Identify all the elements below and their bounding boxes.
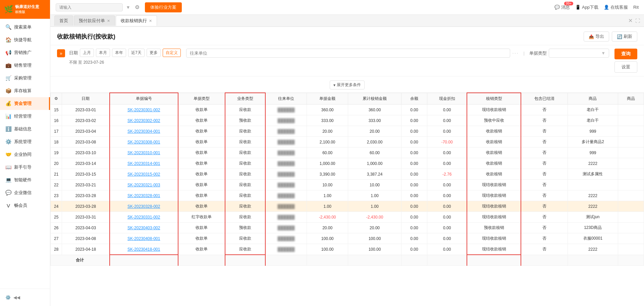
info-icon: ℹ️ [5,126,11,132]
table-container[interactable]: ⚙ 日期 单据编号 单据类型 业务类型 往来单位 单据金额 累计核销金额 余额 … [50,93,644,306]
date-btn-7days[interactable]: 近7天 [128,49,145,57]
topbar-app-download[interactable]: 📱 App下载 [575,4,598,10]
bill-no-link[interactable]: SK-20230321-003 [127,183,160,187]
sidebar-item-smarthw[interactable]: 💻 智能硬件 [0,174,50,186]
cell-amount: -2,430.00 [307,212,348,223]
tab-window-close-icon[interactable]: ✕ [628,17,633,24]
sidebar-item-enterprise-coop[interactable]: 🤝 企业协同 [0,148,50,161]
tab-prepay-bill[interactable]: 预付款应付单 ✕ [74,15,115,26]
sidebar-item-quicknav[interactable]: 🏠 快捷导航 [0,34,50,46]
expand-conditions-button[interactable]: ▾ 展开更多条件 [330,80,365,89]
filter-dots: ··· [512,50,519,56]
sidebar-item-search[interactable]: 🔍 搜索菜单 [0,21,50,34]
sidebar-item-wechat[interactable]: 💬 企业微信 [0,186,50,199]
solution-button[interactable]: 体验行业方案 [145,2,182,12]
tab-maximize-icon[interactable]: ⛶ [635,18,640,23]
filter-date-group: 日期 上月 本月 本年 近7天 更多 自定义 不限 至 2023-07-26 [69,49,181,65]
cell-bill-no: SK-20230331-002 [110,212,178,223]
tab-prepay-close-icon[interactable]: ✕ [107,19,110,23]
cell-cash-discount: 0.00 [427,190,467,201]
cell-amount: 20.00 [307,223,348,233]
sidebar-item-inventory[interactable]: 📦 库存核算 [0,84,50,97]
sidebar-item-operations[interactable]: 📊 经营管理 [0,110,50,123]
date-btn-last-month[interactable]: 上月 [80,49,94,57]
filter-fields: 日期 上月 本月 本年 近7天 更多 自定义 不限 至 2023-07-26 ·… [69,49,637,73]
bill-no-link[interactable]: SK-20230302-002 [127,118,160,123]
total-bill-no [110,255,178,265]
cell-verified-amount: 3,387.24 [348,169,401,180]
cell-amount: 3,390.00 [307,169,348,180]
topbar-messages[interactable]: 💬 消息 99+ [554,4,570,10]
cell-date: 2023-03-04 [62,126,110,137]
col-gear[interactable]: ⚙ [51,93,62,105]
bill-no-link[interactable]: SK-20230304-001 [127,129,160,134]
export-button[interactable]: 📤 导出 [584,32,609,42]
topbar-search-input[interactable] [56,3,123,11]
cell-balance: 0.00 [401,180,427,190]
sidebar-item-beginner[interactable]: 📖 新手引导 [0,161,50,174]
topbar-gear-icon[interactable]: ⚙ [133,3,141,12]
sidebar-item-member[interactable]: V 畅会员 [0,199,50,212]
cell-date: 2023-03-10 [62,147,110,158]
cell-verified-amount: 10.00 [348,180,401,190]
sidebar-item-sales[interactable]: 💼 销售管理 [0,59,50,72]
topbar-username: Rit [633,5,639,10]
cell-bill-type: 收款单 [178,126,225,137]
sidebar-item-purchase[interactable]: 🛒 采购管理 [0,72,50,84]
bill-no-link[interactable]: SK-20230328-001 [127,193,160,198]
cell-amount: 1,000.00 [307,158,348,169]
col-date: 日期 [62,93,110,105]
sidebar-collapse-btn[interactable]: ◀◀ [13,295,20,300]
bill-no-link[interactable]: SK-20230328-002 [127,204,160,209]
filter-unit-input[interactable] [186,49,511,58]
tab-home[interactable]: 首页 [54,15,73,26]
date-btn-more[interactable]: 更多 [147,49,161,57]
sidebar-item-finance[interactable]: 💰 资金管理 [0,97,50,110]
topbar-arrow-icon[interactable]: ▾ [127,4,129,10]
bill-no-link[interactable]: SK-20230314-001 [127,161,160,166]
col-balance: 余额 [401,93,427,105]
total-include [521,255,568,265]
tab-receipt-verify[interactable]: 收款核销执行 ✕ [116,15,157,26]
bill-no-link[interactable]: SK-20230301-002 [127,108,160,112]
settings-button[interactable]: 设置 [614,61,637,73]
table-row: 17 2023-03-04 SK-20230304-001 收款单 应收款 ██… [51,126,644,137]
sidebar-item-basicinfo[interactable]: ℹ️ 基础信息 [0,123,50,135]
bill-no-link[interactable]: SK-20230310-001 [127,150,160,155]
date-btn-this-month[interactable]: 本月 [96,49,110,57]
refresh-button[interactable]: 🔄 刷新 [612,32,637,42]
total-verified [348,255,401,265]
partner-value: ██████ [278,226,295,230]
cell-product2 [618,105,644,115]
cell-verify-type: 收款核销 [467,126,521,137]
cell-include-cleared: 否 [521,126,568,137]
total-partner [265,255,307,265]
col-cash-discount: 现金折扣 [427,93,467,105]
filter-section: » 日期 上月 本月 本年 近7天 更多 自定义 不限 至 2023-07-26… [50,45,644,76]
sidebar-item-marketing[interactable]: 📢 营销推广 [0,46,50,59]
cell-bill-type: 收款单 [178,137,225,147]
bill-no-link[interactable]: SK-20230331-002 [127,215,160,220]
bill-no-link[interactable]: SK-20230418-001 [127,247,160,252]
bill-no-link[interactable]: SK-20230308-001 [127,140,160,144]
cell-bill-no: SK-20230302-002 [110,115,178,126]
filter-type-select[interactable]: ▼ [549,49,609,58]
date-btn-custom[interactable]: 自定义 [163,49,181,57]
filter-query-col: 查询 设置 [614,49,637,73]
bill-no-link[interactable]: SK-20230403-002 [127,226,160,230]
query-button[interactable]: 查询 [614,49,637,59]
cell-product: 2222 [568,158,618,169]
cell-balance: 0.00 [401,169,427,180]
filter-separator: | [524,51,525,56]
filter-toggle-button[interactable]: » [57,49,65,57]
tab-receipt-close-icon[interactable]: ✕ [149,19,152,23]
cell-verified-amount: 1.00 [348,201,401,212]
date-btn-this-year[interactable]: 本年 [112,49,126,57]
bill-no-link[interactable]: SK-20230408-001 [127,236,160,241]
cell-verified-amount: 333.00 [348,115,401,126]
sidebar-item-system[interactable]: ⚙️ 系统管理 [0,135,50,148]
col-bill-type: 单据类型 [178,93,225,105]
sidebar-settings-btn[interactable]: ⚙️ ◀◀ [0,292,50,303]
bill-no-link[interactable]: SK-20230315-002 [127,172,160,177]
topbar-online-service[interactable]: 👤 在线客服 [604,4,628,10]
